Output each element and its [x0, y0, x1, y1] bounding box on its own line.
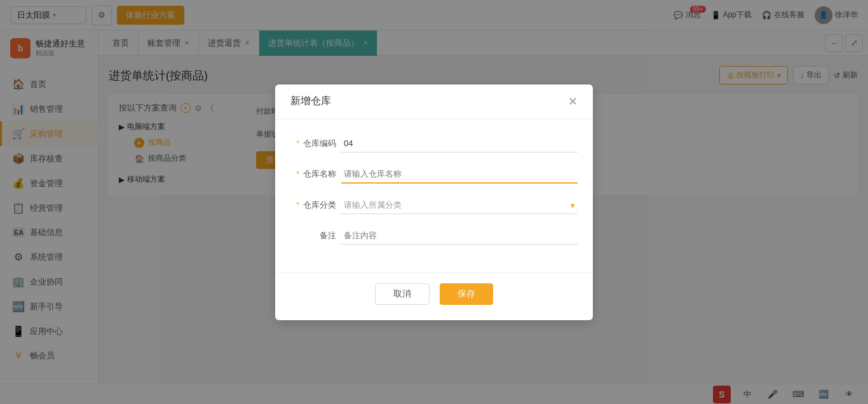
save-button[interactable]: 保存 — [440, 283, 493, 305]
modal-header: 新增仓库 ✕ — [275, 84, 593, 119]
form-row-name: * 仓库名称 — [290, 165, 578, 184]
code-label: * 仓库编码 — [290, 138, 341, 149]
required-mark-category: * — [296, 200, 299, 210]
category-select[interactable]: 请输入所属分类 — [341, 196, 578, 214]
modal-body: * 仓库编码 * 仓库名称 * 仓库分类 — [275, 119, 593, 267]
modal-close-button[interactable]: ✕ — [568, 95, 578, 109]
form-row-code: * 仓库编码 — [290, 135, 578, 152]
category-label: * 仓库分类 — [290, 199, 341, 211]
warehouse-note-input[interactable] — [341, 227, 578, 245]
required-mark-name: * — [296, 169, 299, 178]
form-row-note: 备注 — [290, 227, 578, 245]
modal-overlay[interactable]: 新增仓库 ✕ * 仓库编码 * 仓库名称 — [0, 0, 868, 404]
note-label: 备注 — [290, 230, 341, 241]
required-mark-code: * — [296, 138, 299, 148]
modal-footer: 取消 保存 — [275, 273, 593, 320]
name-label: * 仓库名称 — [290, 168, 341, 180]
warehouse-modal: 新增仓库 ✕ * 仓库编码 * 仓库名称 — [275, 84, 593, 320]
form-row-category: * 仓库分类 请输入所属分类 ▾ — [290, 196, 578, 214]
cancel-button[interactable]: 取消 — [375, 283, 430, 305]
warehouse-code-input[interactable] — [341, 135, 578, 152]
warehouse-name-input[interactable] — [341, 165, 578, 184]
category-select-wrap: 请输入所属分类 ▾ — [341, 196, 578, 214]
modal-title: 新增仓库 — [290, 95, 331, 108]
